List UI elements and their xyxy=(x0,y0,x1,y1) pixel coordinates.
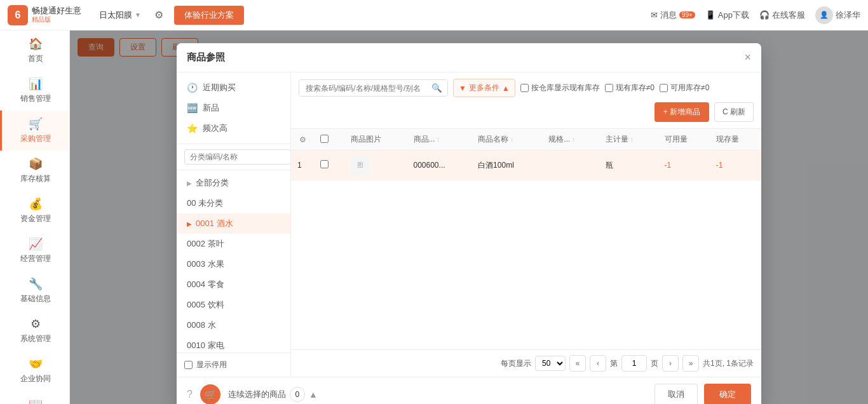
confirm-button[interactable]: 确定 xyxy=(704,384,751,404)
warehouse-filter-check[interactable]: 按仓库显示现有库存 xyxy=(520,83,600,93)
cart-icon: 🛒 xyxy=(204,389,217,401)
sidebar-item-purchase[interactable]: 🛒 采购管理 xyxy=(0,111,69,151)
quick-item-frequent[interactable]: ⭐ 频次高 xyxy=(177,118,290,138)
page-number-input[interactable] xyxy=(621,355,647,372)
nav-right: ✉ 消息 99 📱 App下载 🎧 在线客服 👤 徐泽华 xyxy=(651,6,860,24)
cat-item-00[interactable]: 00 未分类 xyxy=(177,193,290,213)
quick-label-recent: 近期购买 xyxy=(203,82,236,93)
product-toolbar: 🔍 ▼ 更多条件 ▲ 按仓库显示现有库存 xyxy=(291,72,761,129)
next-page-button[interactable]: › xyxy=(662,355,679,372)
logo-area: 6 畅捷通好生意 精品版 xyxy=(8,5,81,25)
existing-filter-check[interactable]: 现有库存≠0 xyxy=(605,83,654,93)
product-table-area: ⚙ 商品图片 商品... 商品名称 规格... 主计量 可用量 现存量 xyxy=(291,129,761,349)
sidebar-item-guide[interactable]: 📖 新手引导 xyxy=(0,391,69,404)
store-selector[interactable]: 日太阳膜 ▼ xyxy=(92,7,149,24)
product-image: 图 xyxy=(351,156,370,175)
product-search-input[interactable] xyxy=(299,81,426,96)
select-all-checkbox[interactable] xyxy=(320,135,329,143)
last-page-button[interactable]: » xyxy=(682,355,699,372)
more-filter-button[interactable]: ▼ 更多条件 ▲ xyxy=(453,79,515,97)
table-header-unit[interactable]: 主计量 xyxy=(599,129,658,151)
available-filter-check[interactable]: 可用库存≠0 xyxy=(660,83,709,93)
sidebar-label-purchase: 采购管理 xyxy=(20,133,51,144)
per-page-select[interactable]: 50 xyxy=(535,356,566,371)
pagination: 每页显示 50 « ‹ 第 页 › » 共1页, 1条记录 xyxy=(291,349,761,377)
message-icon: ✉ xyxy=(651,10,658,20)
filter-label: 更多条件 xyxy=(469,83,499,93)
sidebar-item-system[interactable]: ⚙ 系统管理 xyxy=(0,311,69,351)
user-name: 徐泽华 xyxy=(836,10,860,21)
main-area: 查询 设置 刷新 商品参照 × 🕐 xyxy=(70,30,868,404)
help-icon[interactable]: ? xyxy=(187,389,193,400)
messages-button[interactable]: ✉ 消息 99 xyxy=(651,10,695,21)
base-icon: 🔧 xyxy=(29,277,43,291)
cat-0001-arrow-icon: ▶ xyxy=(187,220,192,227)
cat-item-0004[interactable]: 0004 零食 xyxy=(177,274,290,295)
show-disabled-label[interactable]: 显示停用 xyxy=(196,360,227,370)
store-arrow-icon: ▼ xyxy=(135,11,141,18)
table-header-spec[interactable]: 规格... xyxy=(542,129,599,151)
sidebar-item-inventory[interactable]: 📦 库存核算 xyxy=(0,151,69,191)
app-download-button[interactable]: 📱 App下载 xyxy=(705,10,749,21)
quick-item-new[interactable]: 🆕 新品 xyxy=(177,98,290,118)
home-icon: 🏠 xyxy=(29,37,43,51)
category-search: 🔍 《 xyxy=(177,144,290,170)
user-area[interactable]: 👤 徐泽华 xyxy=(815,6,860,24)
modal-title: 商品参照 xyxy=(187,51,225,64)
continue-label: 连续选择的商品 xyxy=(228,389,286,400)
quick-list: 🕐 近期购买 🆕 新品 ⭐ 频次高 xyxy=(177,72,290,144)
table-header-code[interactable]: 商品... xyxy=(407,129,472,151)
cat-label-all: 全部分类 xyxy=(196,177,229,189)
category-list: ▶ 全部分类 00 未分类 ▶ 0001 酒水 0002 茶 xyxy=(177,170,290,353)
cat-item-0002[interactable]: 0002 茶叶 xyxy=(177,234,290,254)
table-header-name[interactable]: 商品名称 xyxy=(471,129,542,151)
table-row[interactable]: 1 图 000600... 白酒100ml 瓶 xyxy=(291,151,761,180)
product-search-button[interactable]: 🔍 xyxy=(426,80,447,96)
exp-button[interactable]: 体验行业方案 xyxy=(174,6,244,25)
first-page-button[interactable]: « xyxy=(569,355,586,372)
sidebar-item-finance[interactable]: 💰 资金管理 xyxy=(0,191,69,231)
sidebar-item-operations[interactable]: 📈 经营管理 xyxy=(0,231,69,271)
quick-label-new: 新品 xyxy=(203,102,219,114)
quick-item-recent[interactable]: 🕐 近期购买 xyxy=(177,77,290,98)
cat-item-0010[interactable]: 0010 家电 xyxy=(177,335,290,353)
logo-icon: 6 xyxy=(8,5,28,25)
cart-button[interactable]: 🛒 xyxy=(200,384,220,404)
cat-item-0001[interactable]: ▶ 0001 酒水 xyxy=(177,213,290,234)
table-header-settings[interactable]: ⚙ xyxy=(291,129,314,151)
sidebar-item-enterprise[interactable]: 🤝 企业协同 xyxy=(0,351,69,391)
refresh-button[interactable]: C 刷新 xyxy=(714,102,754,122)
row-seq: 1 xyxy=(291,151,314,180)
footer-collapse-icon[interactable]: ▲ xyxy=(309,389,318,400)
existing-checkbox[interactable] xyxy=(605,84,613,92)
show-disabled-checkbox[interactable] xyxy=(184,361,193,369)
online-service-button[interactable]: 🎧 在线客服 xyxy=(759,10,805,21)
modal-close-button[interactable]: × xyxy=(744,51,751,64)
category-search-input[interactable] xyxy=(184,149,291,165)
sidebar-item-home[interactable]: 🏠 首页 xyxy=(0,30,69,71)
message-label: 消息 xyxy=(660,10,677,21)
row-available: -1 xyxy=(658,151,710,180)
topnav: 6 畅捷通好生意 精品版 日太阳膜 ▼ ⚙ 体验行业方案 ✉ 消息 99 📱 A… xyxy=(0,0,868,30)
cat-item-0003[interactable]: 0003 水果 xyxy=(177,254,290,274)
cancel-button[interactable]: 取消 xyxy=(654,384,698,404)
cat-item-all[interactable]: ▶ 全部分类 xyxy=(177,173,290,193)
row-img-cell: 图 xyxy=(344,151,407,180)
app-icon: 📱 xyxy=(705,10,715,20)
warehouse-checkbox[interactable] xyxy=(520,84,529,92)
row-checkbox[interactable] xyxy=(320,160,329,168)
gear-button[interactable]: ⚙ xyxy=(149,5,169,25)
sidebar: 🏠 首页 📊 销售管理 🛒 采购管理 📦 库存核算 💰 资金管理 📈 经营管理 … xyxy=(0,30,70,404)
table-header-available: 可用量 xyxy=(658,129,710,151)
total-info: 共1页, 1条记录 xyxy=(703,358,754,369)
inventory-icon: 📦 xyxy=(29,157,43,171)
cat-item-0005[interactable]: 0005 饮料 xyxy=(177,295,290,315)
service-icon: 🎧 xyxy=(759,10,770,20)
add-product-button[interactable]: + 新增商品 xyxy=(654,102,709,122)
cat-label-0005: 0005 饮料 xyxy=(187,299,224,311)
cat-item-0008[interactable]: 0008 水 xyxy=(177,315,290,335)
sidebar-item-sales[interactable]: 📊 销售管理 xyxy=(0,71,69,111)
prev-page-button[interactable]: ‹ xyxy=(590,355,606,372)
sidebar-item-base[interactable]: 🔧 基础信息 xyxy=(0,271,69,311)
available-checkbox[interactable] xyxy=(660,84,668,92)
